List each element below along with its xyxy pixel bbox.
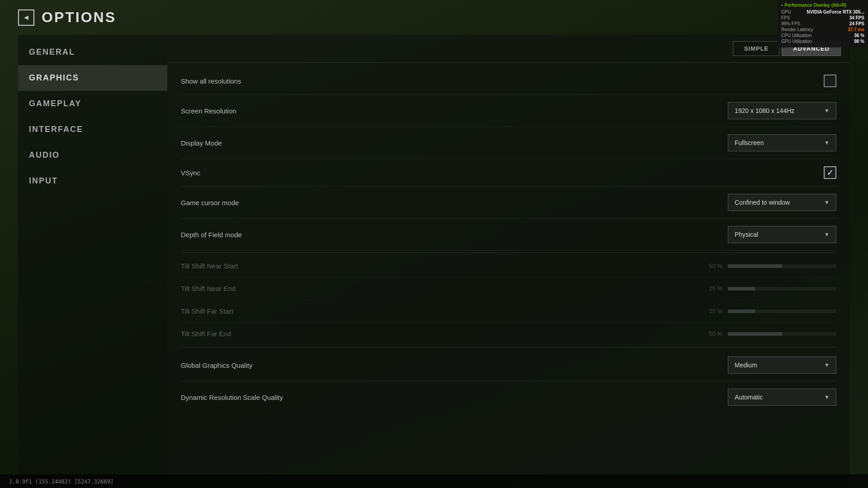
depth-of-field-mode-control: Physical ▼	[728, 226, 836, 243]
global-graphics-quality-control: Medium ▼	[728, 357, 836, 374]
sidebar-item-general[interactable]: GENERAL	[18, 39, 167, 65]
sidebar-item-gameplay[interactable]: GAMEPLAY	[18, 91, 167, 117]
tilt-shift-near-start-control: 50 %	[704, 263, 836, 269]
dynamic-resolution-scale-quality-label: Dynamic Resolution Scale Quality	[181, 394, 283, 401]
depth-of-field-mode-arrow: ▼	[824, 231, 830, 238]
sidebar-item-input[interactable]: INPUT	[18, 168, 167, 194]
display-mode-arrow: ▼	[824, 140, 830, 146]
setting-game-cursor-mode: Game cursor mode Confined to window ▼	[181, 187, 836, 219]
show-all-resolutions-control	[824, 75, 836, 87]
tab-bar: SIMPLE ADVANCED	[167, 35, 850, 63]
tilt-shift-far-end-track	[728, 332, 836, 336]
tilt-shift-near-end-label: Tilt Shift Near End	[181, 285, 236, 292]
dynamic-resolution-scale-quality-value: Automatic	[735, 394, 763, 401]
setting-screen-resolution: Screen Resolution 868 x 488 x 144Hz ▼	[181, 95, 836, 127]
perf-label-cpu: CPU Utilization	[781, 33, 811, 38]
performance-overlay: ▪ Performance Overlay (Alt+R) GPU NVIDIA…	[778, 0, 868, 47]
depth-of-field-mode-dropdown[interactable]: Physical ▼	[728, 226, 836, 243]
dynamic-resolution-scale-quality-arrow: ▼	[824, 394, 830, 400]
main-panel: SIMPLE ADVANCED Show all resolutions Scr…	[167, 35, 850, 479]
perf-overlay-title: Performance Overlay (Alt+R)	[785, 3, 846, 8]
perf-value-gpu: NVIDIA GeForce RTX 305...	[807, 9, 864, 14]
tilt-shift-far-end-control: 50 %	[704, 330, 836, 337]
setting-vsync: VSync ✓	[181, 159, 836, 187]
page-title: OPTIONS	[42, 9, 116, 26]
tilt-shift-near-end-value: 25 %	[704, 285, 722, 292]
tilt-shift-near-end-fill	[728, 287, 755, 291]
screen-resolution-value: 868 x 488 x 144Hz	[735, 107, 794, 114]
tilt-shift-near-end-control: 25 %	[704, 285, 836, 292]
perf-row-99fps: 99% FPS 24 FPS	[781, 21, 864, 26]
perf-label-gpu: GPU	[781, 9, 791, 14]
sidebar-item-interface[interactable]: INTERFACE	[18, 117, 167, 142]
screen-resolution-control: 868 x 488 x 144Hz ▼	[728, 102, 836, 119]
show-all-resolutions-label: Show all resolutions	[181, 77, 241, 85]
perf-value-gpu-util: 98 %	[854, 39, 864, 44]
show-all-resolutions-checkbox[interactable]	[824, 75, 836, 87]
divider-2	[181, 347, 836, 347]
perf-row-fps: FPS 34 FPS	[781, 15, 864, 20]
tilt-shift-near-start-label: Tilt Shift Near Start	[181, 262, 238, 270]
screen-resolution-arrow: ▼	[824, 108, 830, 114]
content-area: GENERAL GRAPHICS GAMEPLAY INTERFACE AUDI…	[0, 35, 868, 488]
perf-value-cpu: 36 %	[854, 33, 864, 38]
perf-label-fps: FPS	[781, 15, 790, 20]
tilt-shift-near-end-track	[728, 287, 836, 291]
divider-1	[181, 253, 836, 253]
tilt-shift-far-end-value: 50 %	[704, 330, 722, 337]
tilt-shift-near-start-value: 50 %	[704, 263, 722, 269]
perf-value-99fps: 24 FPS	[849, 21, 864, 26]
setting-tilt-shift-near-end: Tilt Shift Near End 25 %	[181, 277, 836, 300]
dynamic-resolution-scale-quality-dropdown[interactable]: Automatic ▼	[728, 389, 836, 406]
tilt-shift-far-start-value: 25 %	[704, 308, 722, 314]
bottom-bar: 1.0.9f1 (155.24482) [5247.32669]	[0, 474, 868, 488]
game-cursor-mode-arrow: ▼	[824, 199, 830, 206]
display-mode-control: Fullscreen ▼	[728, 134, 836, 151]
setting-depth-of-field-mode: Depth of Field mode Physical ▼	[181, 219, 836, 251]
tilt-shift-far-start-fill	[728, 310, 755, 313]
settings-list[interactable]: Show all resolutions Screen Resolution 1…	[167, 63, 850, 479]
setting-show-all-resolutions: Show all resolutions	[181, 67, 836, 95]
global-graphics-quality-value: Medium	[735, 361, 757, 369]
depth-of-field-mode-value: Physical	[735, 231, 758, 238]
sidebar-item-audio[interactable]: AUDIO	[18, 142, 167, 168]
global-graphics-quality-dropdown[interactable]: Medium ▼	[728, 357, 836, 374]
back-button[interactable]: ◄	[18, 9, 34, 26]
title-bar: ◄ OPTIONS	[0, 0, 868, 35]
perf-row-gpu-util: GPU Utilization 98 %	[781, 39, 864, 44]
tab-simple[interactable]: SIMPLE	[733, 41, 780, 56]
perf-label-render-latency: Render Latency	[781, 27, 813, 32]
nvidia-icon: ▪	[781, 3, 783, 8]
perf-row-cpu: CPU Utilization 36 %	[781, 33, 864, 38]
setting-tilt-shift-far-end: Tilt Shift Far End 50 %	[181, 323, 836, 345]
display-mode-value: Fullscreen	[735, 139, 764, 146]
tilt-shift-far-start-track	[728, 310, 836, 313]
screen-resolution-dropdown[interactable]: 868 x 488 x 144Hz ▼	[728, 102, 836, 119]
tilt-shift-near-start-fill	[728, 264, 782, 268]
perf-value-render-latency: 37.7 ms	[848, 27, 864, 32]
vsync-control: ✓	[824, 166, 836, 179]
perf-row-gpu: GPU NVIDIA GeForce RTX 305...	[781, 9, 864, 14]
perf-row-render-latency: Render Latency 37.7 ms	[781, 27, 864, 32]
sidebar-item-graphics[interactable]: GRAPHICS	[18, 65, 167, 91]
display-mode-dropdown[interactable]: Fullscreen ▼	[728, 134, 836, 151]
perf-overlay-header: ▪ Performance Overlay (Alt+R)	[781, 3, 864, 8]
global-graphics-quality-arrow: ▼	[824, 362, 830, 368]
vsync-checkbox[interactable]: ✓	[824, 166, 836, 179]
setting-display-mode: Display Mode Fullscreen ▼	[181, 127, 836, 159]
perf-label-gpu-util: GPU Utilization	[781, 39, 812, 44]
main-container: ◄ OPTIONS GENERAL GRAPHICS GAMEPLAY INTE…	[0, 0, 868, 488]
depth-of-field-mode-label: Depth of Field mode	[181, 231, 242, 239]
setting-tilt-shift-far-start: Tilt Shift Far Start 25 %	[181, 300, 836, 323]
tilt-shift-far-end-label: Tilt Shift Far End	[181, 330, 231, 338]
setting-global-graphics-quality: Global Graphics Quality Medium ▼	[181, 349, 836, 381]
tilt-shift-far-end-fill	[728, 332, 782, 336]
version-text: 1.0.9f1 (155.24482) [5247.32669]	[9, 479, 113, 485]
game-cursor-mode-value: Confined to window	[735, 199, 790, 206]
screen-resolution-label: Screen Resolution	[181, 107, 236, 115]
tilt-shift-far-start-label: Tilt Shift Far Start	[181, 307, 233, 315]
sidebar: GENERAL GRAPHICS GAMEPLAY INTERFACE AUDI…	[18, 35, 167, 479]
game-cursor-mode-control: Confined to window ▼	[728, 194, 836, 211]
game-cursor-mode-dropdown[interactable]: Confined to window ▼	[728, 194, 836, 211]
vsync-label: VSync	[181, 169, 200, 177]
